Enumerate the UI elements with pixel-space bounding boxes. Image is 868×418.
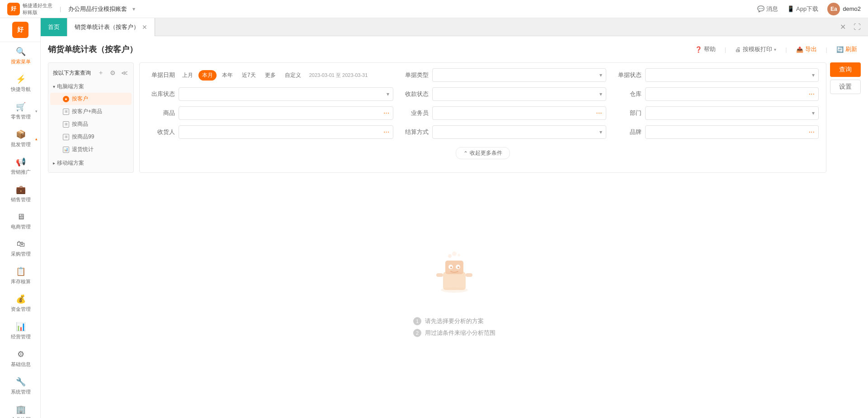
- operation-icon: 📊: [16, 322, 26, 332]
- payment-dropdown-icon: ▾: [599, 129, 602, 135]
- goods-select[interactable]: ···: [179, 106, 393, 120]
- brand-select[interactable]: ···: [645, 125, 819, 139]
- salesperson-select[interactable]: ···: [432, 106, 606, 120]
- status-select[interactable]: ▾: [645, 68, 819, 82]
- svg-rect-1: [443, 272, 466, 290]
- sidebar-item-sales[interactable]: 💼 销售管理: [0, 180, 40, 208]
- date-tab-current-month[interactable]: 本月: [198, 70, 217, 81]
- filter-row-1: 单据日期 上月 本月 本年 近7天 更多 自定义 2023-03-01 至 20…: [147, 68, 819, 82]
- settings-button[interactable]: 设置: [830, 80, 861, 94]
- help-button[interactable]: ❓ 帮助: [691, 43, 719, 55]
- phone-icon: 📱: [787, 5, 794, 12]
- sidebar-item-enterprise[interactable]: 🏢 企业协同: [0, 400, 40, 418]
- scheme-settings-icon[interactable]: ⚙: [108, 68, 117, 77]
- sidebar-item-purchase[interactable]: 🛍 采购管理: [0, 235, 40, 262]
- goods-label: 商品: [147, 109, 179, 117]
- out-status-dropdown-icon: ▾: [387, 91, 389, 97]
- query-button[interactable]: 查询: [830, 62, 861, 77]
- scheme-collapse-icon[interactable]: ≪: [120, 68, 129, 77]
- out-status-select[interactable]: ▾: [179, 87, 393, 101]
- user-profile[interactable]: Ea demo2: [827, 3, 861, 15]
- sidebar-item-retail[interactable]: 🛒 零售管理 ▾: [0, 97, 40, 125]
- scheme-category-mobile[interactable]: ▸ 移动端方案: [48, 157, 133, 169]
- tab-bar: 首页 销货单统计表（按客户） ✕ ✕ ⛶: [41, 18, 868, 36]
- payment-select[interactable]: ▾: [432, 125, 606, 139]
- sidebar-item-quick-nav[interactable]: ⚡ 快捷导航: [0, 70, 40, 97]
- scheme-header: 按以下方案查询 ＋ ⚙ ≪: [48, 66, 133, 81]
- sidebar-item-operation[interactable]: 📊 经营管理: [0, 317, 40, 345]
- scheme-category-desktop[interactable]: ▾ 电脑端方案: [48, 81, 133, 92]
- tab-sales-stats[interactable]: 销货单统计表（按客户） ✕: [67, 18, 155, 36]
- receiver-select[interactable]: ···: [179, 125, 393, 139]
- date-tab-7days[interactable]: 近7天: [238, 70, 259, 81]
- filter-goods-field: 商品 ···: [147, 106, 393, 120]
- svg-point-9: [448, 254, 452, 258]
- scheme-item-circle-icon: ●: [63, 96, 69, 102]
- scheme-category-mobile-arrow-icon: ▸: [53, 161, 55, 166]
- type-select[interactable]: ▾: [432, 68, 606, 82]
- refresh-icon: 🔄: [836, 46, 844, 53]
- scheme-item-by-goods-99[interactable]: ⊞ 按商品99: [50, 131, 132, 143]
- filter-date-field: 单据日期 上月 本月 本年 近7天 更多 自定义 2023-03-01 至 20…: [147, 70, 393, 81]
- dept-select[interactable]: ▾: [645, 106, 819, 120]
- message-button[interactable]: 💬 消息: [757, 5, 778, 13]
- sidebar-item-inventory[interactable]: 📋 库存核算: [0, 262, 40, 290]
- sidebar: 好 🔍 搜索菜单 ⚡ 快捷导航 🛒 零售管理 ▾ 📦 批发管理 ▴ 📢 营销推广…: [0, 18, 41, 418]
- payment-label: 结算方式: [401, 128, 432, 136]
- warehouse-more-icon: ···: [809, 90, 815, 98]
- wholesale-arrow-icon: ▴: [35, 137, 38, 141]
- sidebar-item-wholesale[interactable]: 📦 批发管理 ▴: [0, 125, 40, 152]
- recv-status-select[interactable]: ▾: [432, 87, 606, 101]
- finance-label: 资金管理: [11, 306, 31, 313]
- app-download-button[interactable]: 📱 App下载: [787, 5, 818, 13]
- brand-label: 品牌: [613, 128, 645, 136]
- page-title: 销货单统计表（按客户）: [48, 44, 137, 55]
- search-icon: 🔍: [16, 47, 26, 57]
- date-tab-custom[interactable]: 自定义: [281, 70, 305, 81]
- window-maximize-icon[interactable]: ⛶: [852, 22, 863, 33]
- refresh-button[interactable]: 🔄 刷新: [833, 43, 861, 55]
- tab-home[interactable]: 首页: [41, 18, 67, 36]
- empty-state: 1 请先选择要分析的方案 2 用过滤条件来缩小分析范围: [48, 173, 861, 411]
- collapse-button[interactable]: ⌃ 收起更多条件: [456, 147, 510, 159]
- warehouse-select[interactable]: ···: [645, 87, 819, 101]
- scheme-title: 按以下方案查询: [53, 69, 91, 77]
- sidebar-item-basic[interactable]: ⚙ 基础信息: [0, 345, 40, 372]
- scheme-item-by-customer[interactable]: ● 按客户: [50, 93, 132, 105]
- sidebar-item-search[interactable]: 🔍 搜索菜单: [0, 42, 40, 70]
- main-layout: 好 🔍 搜索菜单 ⚡ 快捷导航 🛒 零售管理 ▾ 📦 批发管理 ▴ 📢 营销推广…: [0, 18, 868, 418]
- finance-icon: 💰: [16, 294, 26, 304]
- sidebar-item-ecommerce[interactable]: 🖥 电商管理: [0, 208, 40, 235]
- filter-row-4: 收货人 ··· 结算方式 ▾: [147, 125, 819, 139]
- date-tabs-group: 上月 本月 本年 近7天 更多 自定义 2023-03-01 至 2023-03…: [179, 70, 393, 81]
- marketing-label: 营销推广: [11, 169, 31, 176]
- date-tab-more[interactable]: 更多: [261, 70, 279, 81]
- help-icon: ❓: [695, 46, 702, 53]
- sidebar-item-finance[interactable]: 💰 资金管理: [0, 290, 40, 317]
- date-tab-year[interactable]: 本年: [218, 70, 236, 81]
- retail-arrow-icon: ▾: [35, 109, 38, 114]
- enterprise-icon: 🏢: [16, 404, 26, 414]
- operation-label: 经营管理: [11, 333, 31, 340]
- dept-label: 部门: [613, 109, 645, 117]
- date-tab-last-month[interactable]: 上月: [179, 70, 197, 81]
- message-icon: 💬: [757, 5, 764, 12]
- sidebar-item-marketing[interactable]: 📢 营销推广: [0, 152, 40, 180]
- sidebar-item-system[interactable]: 🔧 系统管理: [0, 372, 40, 400]
- tab-close-icon[interactable]: ✕: [142, 24, 147, 31]
- export-button[interactable]: 📤 导出: [793, 43, 821, 55]
- ecommerce-icon: 🖥: [17, 212, 25, 222]
- scheme-add-button[interactable]: ＋: [96, 68, 105, 77]
- type-dropdown-icon: ▾: [599, 72, 602, 78]
- scheme-item-return-stats[interactable]: 📊 退货统计: [50, 143, 132, 156]
- scheme-item-by-goods[interactable]: ⊞ 按商品: [50, 118, 132, 130]
- filter-status-field: 单据状态 ▾: [613, 68, 819, 82]
- system-dropdown-icon[interactable]: ▾: [132, 6, 135, 12]
- scheme-item-by-customer-goods[interactable]: ⊞ 按客户+商品: [50, 105, 132, 118]
- print-button[interactable]: 🖨 按模板打印 ▾: [731, 43, 780, 55]
- status-label: 单据状态: [613, 71, 645, 79]
- window-close-icon[interactable]: ✕: [837, 22, 848, 33]
- receiver-label: 收货人: [147, 128, 179, 136]
- filter-brand-field: 品牌 ···: [613, 125, 819, 139]
- export-icon: 📤: [796, 46, 803, 53]
